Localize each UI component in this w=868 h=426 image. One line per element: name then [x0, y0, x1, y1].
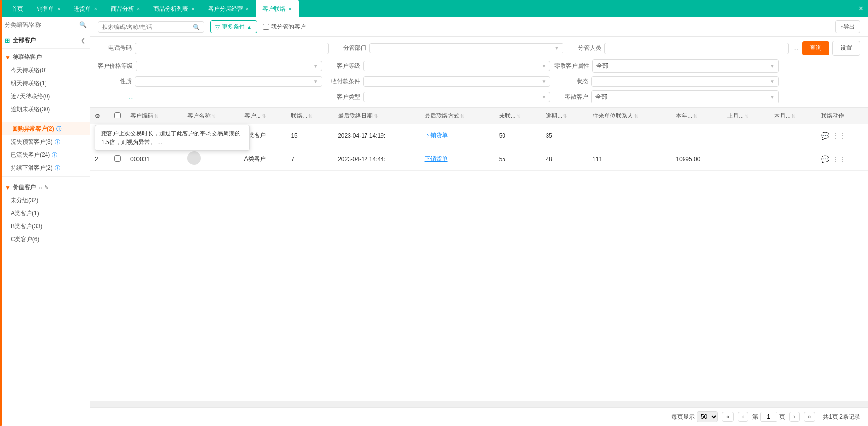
payment-select[interactable]: ▼	[363, 76, 551, 87]
close-product-analysis-icon[interactable]: ×	[137, 6, 140, 12]
th-last-method[interactable]: 最后联络方式⇅	[420, 108, 494, 124]
td-last-method-2[interactable]: 下销货单	[420, 147, 494, 171]
first-page-button[interactable]: «	[722, 412, 734, 422]
query-button[interactable]: 查询	[802, 41, 829, 55]
close-product-analysis-list-icon[interactable]: ×	[191, 6, 194, 12]
churned-info-icon[interactable]: ⓘ	[52, 151, 57, 159]
prev-page-button[interactable]: ‹	[738, 412, 748, 422]
this-year-sort-icon[interactable]: ⇅	[693, 113, 697, 118]
this-month-sort-icon[interactable]: ⇅	[792, 113, 795, 118]
sidebar-item-churned[interactable]: 已流失客户(24) ⓘ	[0, 148, 90, 162]
nav-product-analysis-list[interactable]: 商品分析列表 ×	[147, 0, 201, 17]
th-overdue[interactable]: 逾期...⇅	[541, 108, 588, 124]
th-contact[interactable]: 联络...⇅	[286, 108, 333, 124]
settings-button[interactable]: 设置	[832, 41, 860, 56]
last-page-button[interactable]: »	[804, 412, 816, 422]
code-sort-icon[interactable]: ⇅	[154, 113, 158, 118]
per-page-select[interactable]: 50	[697, 411, 718, 422]
pending-contact-group-title[interactable]: ▼ 待联络客户	[0, 51, 90, 64]
th-unread[interactable]: 未联...⇅	[494, 108, 541, 124]
sidebar-item-class-a[interactable]: A类客户(1)	[0, 207, 90, 220]
last-method-link-1[interactable]: 下销货单	[425, 132, 448, 139]
unit-contact-sort-icon[interactable]: ⇅	[634, 113, 638, 118]
th-name[interactable]: 客户名称⇅	[183, 108, 240, 124]
search-input[interactable]	[102, 24, 191, 30]
filter-search-icon[interactable]: 🔍	[193, 24, 200, 30]
sidebar-search-icon[interactable]: 🔍	[79, 21, 87, 28]
th-this-month[interactable]: 本月...⇅	[769, 108, 816, 124]
next-page-button[interactable]: ›	[789, 412, 800, 422]
th-this-year[interactable]: 本年...⇅	[671, 108, 722, 124]
th-code[interactable]: 客户编码⇅	[125, 108, 183, 124]
tooltip-dots[interactable]: ...	[157, 139, 162, 146]
valor-group-title[interactable]: ▼ 价值客户 ○ ✎	[0, 181, 90, 194]
action-message-icon-1[interactable]: 💬	[821, 132, 829, 140]
sidebar-item-class-c[interactable]: C类客户(6)	[0, 233, 90, 246]
sidebar-item-churn-warning[interactable]: 流失预警客户(3) ⓘ	[0, 135, 90, 148]
last-method-sort-icon[interactable]: ⇅	[460, 113, 464, 118]
sidebar-item-overdue[interactable]: 逾期未联络(30)	[0, 103, 90, 116]
export-button[interactable]: ↑ 导出	[835, 20, 860, 33]
sidebar-search-bar[interactable]: 🔍	[0, 17, 90, 32]
manager-input[interactable]	[609, 45, 784, 52]
status-select[interactable]: ▼	[591, 76, 779, 87]
manager-dots[interactable]: ...	[793, 45, 798, 52]
window-close-button[interactable]: ×	[859, 4, 863, 13]
valor-settings-icon[interactable]: ✎	[44, 184, 48, 191]
row2-checkbox[interactable]	[114, 155, 121, 162]
th-last-month[interactable]: 上月...⇅	[722, 108, 769, 124]
customer-level-select[interactable]: ▼	[363, 61, 551, 71]
nav-customer-contact[interactable]: 客户联络 ×	[256, 0, 298, 17]
type-sort-icon[interactable]: ⇅	[262, 113, 266, 118]
sidebar-item-tomorrow[interactable]: 明天待联络(1)	[0, 77, 90, 90]
collapse-icon[interactable]: ❮	[81, 38, 85, 43]
last-month-sort-icon[interactable]: ⇅	[745, 113, 748, 118]
phone-input-wrap[interactable]	[135, 43, 329, 54]
close-sales-icon[interactable]: ×	[57, 6, 60, 12]
td-last-method-1[interactable]: 下销货单	[420, 124, 494, 147]
sidebar-search-input[interactable]	[5, 21, 77, 28]
action-more-icon-2[interactable]: ⋮⋮	[832, 155, 846, 163]
repurchase-info-icon[interactable]: ⓘ	[56, 125, 61, 132]
name-sort-icon[interactable]: ⇅	[212, 113, 215, 118]
nav-sales[interactable]: 销售单 ×	[30, 0, 67, 17]
sidebar-item-7days[interactable]: 近7天待联络(0)	[0, 90, 90, 103]
close-purchase-icon[interactable]: ×	[94, 6, 97, 12]
action-more-icon-1[interactable]: ⋮⋮	[832, 132, 846, 140]
nav-product-analysis[interactable]: 商品分析 ×	[104, 0, 147, 17]
horizontal-scrollbar[interactable]	[90, 401, 868, 407]
sidebar-item-class-b[interactable]: B类客户(33)	[0, 220, 90, 233]
th-check[interactable]	[109, 108, 125, 124]
customer-type-select[interactable]: ▼	[363, 92, 551, 102]
all-customers-section[interactable]: ⊞ 全部客户 ❮	[0, 32, 90, 49]
row4-dots[interactable]: ...	[100, 94, 134, 101]
sidebar-item-declining[interactable]: 持续下滑客户(2) ⓘ	[0, 162, 90, 175]
valor-edit-icon[interactable]: ○	[39, 185, 42, 191]
last-method-link-2[interactable]: 下销货单	[425, 155, 448, 162]
nav-customer-segments[interactable]: 客户分层经营 ×	[201, 0, 256, 17]
last-date-sort-icon[interactable]: ⇅	[374, 113, 378, 118]
declining-info-icon[interactable]: ⓘ	[55, 164, 60, 172]
th-unit-contact[interactable]: 往来单位联系人⇅	[588, 108, 671, 124]
nature-select[interactable]: ▼	[135, 76, 322, 87]
sidebar-item-today[interactable]: 今天待联络(0)	[0, 64, 90, 77]
nav-purchase[interactable]: 进货单 ×	[67, 0, 104, 17]
sidebar-item-repurchase-anomaly[interactable]: 回购异常客户(2) ⓘ	[0, 122, 90, 135]
table-settings-icon[interactable]: ⚙	[95, 113, 100, 119]
phone-input[interactable]	[139, 45, 324, 52]
price-level-select[interactable]: ▼	[136, 61, 322, 71]
dept-select[interactable]: ▼	[369, 43, 563, 53]
th-settings[interactable]: ⚙	[90, 108, 109, 124]
sidebar-item-unclassified[interactable]: 未分组(32)	[0, 194, 90, 207]
overdue-sort-icon[interactable]: ⇅	[563, 113, 567, 118]
scatter-customer-select[interactable]: 全部 ▼	[591, 90, 779, 103]
nav-home[interactable]: 首页	[5, 0, 30, 17]
th-last-date[interactable]: 最后联络日期⇅	[333, 108, 419, 124]
select-all-checkbox[interactable]	[114, 112, 121, 118]
action-message-icon-2[interactable]: 💬	[821, 155, 829, 163]
page-number-input[interactable]	[760, 412, 777, 422]
unread-sort-icon[interactable]: ⇅	[517, 113, 520, 118]
manager-input-wrap[interactable]	[604, 43, 789, 54]
scatter-attr-select[interactable]: 全部 ▼	[592, 59, 779, 73]
th-type[interactable]: 客户...⇅	[240, 108, 287, 124]
